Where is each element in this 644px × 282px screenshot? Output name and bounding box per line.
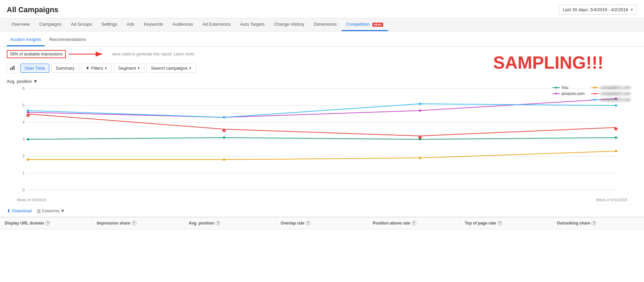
x-axis: Week of 3/3/2019 Week of 3/31/2019: [10, 198, 634, 202]
sub-tabs: Auction Insights Recommendations: [0, 31, 644, 47]
chevron-down-icon: ▼: [630, 8, 634, 11]
segment-button[interactable]: Segment ▼: [114, 64, 145, 73]
line-chart: 6 5 4 3 2 1 0: [3, 85, 641, 197]
th-position-above-rate: Position above rate ?: [368, 217, 460, 229]
sampling-percentage-box: 56% of available impressions: [7, 50, 66, 58]
svg-text:3: 3: [22, 137, 25, 142]
avg-position-label[interactable]: Avg. position ▼: [0, 76, 644, 85]
svg-rect-3: [12, 67, 13, 70]
svg-text:2: 2: [22, 154, 25, 159]
legend-you: You: [552, 85, 585, 90]
svg-marker-29: [26, 138, 30, 141]
svg-marker-48: [614, 104, 618, 107]
table-header: Display URL domain ? Impression share ? …: [0, 217, 644, 229]
sampling-arrow-icon: [69, 51, 109, 57]
download-bar: ⬇ Download ||| Columns ▼: [0, 205, 644, 217]
svg-marker-46: [222, 116, 226, 119]
sub-tab-recommendations[interactable]: Recommendations: [46, 35, 89, 46]
download-button[interactable]: ⬇ Download: [7, 208, 32, 213]
svg-marker-44: [614, 126, 618, 131]
nav-tabs: Overview Campaigns Ad Groups Settings Ad…: [0, 18, 644, 31]
svg-marker-39: [418, 109, 422, 112]
new-badge: NEW!: [372, 23, 383, 27]
filters-button[interactable]: ▼ Filters ▼: [81, 64, 112, 73]
th-impression-share: Impression share ?: [92, 217, 184, 229]
svg-marker-30: [222, 136, 226, 139]
legend-amazon: amazon.com: [552, 91, 585, 96]
position-above-rate-help-icon[interactable]: ?: [412, 221, 416, 226]
download-icon: ⬇: [7, 208, 10, 213]
tab-dimensions[interactable]: Dimensions: [309, 18, 342, 31]
legend-competitor3: competitor3.com: [591, 97, 630, 102]
outranking-share-help-icon[interactable]: ?: [592, 221, 596, 226]
sampling-big-label: SAMPLING!!!: [493, 52, 603, 73]
avg-position-chevron-icon: ▼: [33, 79, 38, 84]
sampling-description: were used to generate this report. Learn…: [112, 52, 194, 56]
tab-keywords[interactable]: Keywords: [139, 18, 168, 31]
svg-text:0: 0: [22, 188, 25, 192]
filter-icon: ▼: [85, 66, 90, 71]
tab-ads[interactable]: Ads: [122, 18, 139, 31]
tab-settings[interactable]: Settings: [97, 18, 122, 31]
svg-marker-34: [222, 158, 226, 161]
th-top-of-page-rate: Top of page rate ?: [460, 217, 552, 229]
filters-chevron-icon: ▼: [104, 67, 107, 70]
svg-marker-10: [555, 92, 557, 95]
columns-icon: |||: [37, 208, 41, 213]
svg-text:6: 6: [22, 86, 25, 91]
svg-marker-35: [418, 157, 422, 159]
svg-marker-14: [594, 98, 596, 101]
svg-marker-6: [555, 86, 557, 89]
tab-overview[interactable]: Overview: [7, 18, 34, 31]
overlap-rate-help-icon[interactable]: ?: [306, 221, 311, 226]
svg-marker-47: [418, 102, 422, 105]
page-header: All Campaigns Last 30 days: 3/4/2019 - 4…: [0, 0, 644, 18]
competitor1-legend-icon: [591, 86, 599, 89]
you-legend-icon: [552, 86, 560, 89]
summary-button[interactable]: Summary: [51, 64, 79, 73]
tab-campaigns[interactable]: Campaigns: [34, 18, 66, 31]
search-campaigns-button[interactable]: Search campaigns ▼: [147, 64, 196, 73]
competitor2-legend-icon: [591, 92, 599, 95]
svg-rect-2: [10, 68, 11, 70]
svg-marker-36: [614, 150, 618, 152]
th-overlap-rate: Overlap rate ?: [276, 217, 368, 229]
segment-chevron-icon: ▼: [137, 67, 140, 70]
tab-change-history[interactable]: Change History: [269, 18, 309, 31]
over-time-button[interactable]: Over Time: [20, 64, 49, 73]
svg-marker-45: [26, 109, 30, 112]
svg-text:4: 4: [22, 120, 25, 125]
th-display-url: Display URL domain ?: [0, 217, 92, 229]
svg-text:1: 1: [22, 171, 25, 175]
date-range-label: Last 30 days: 3/4/2019 - 4/2/2019: [563, 7, 628, 12]
tab-competition[interactable]: Competition NEW!: [342, 18, 388, 31]
amazon-legend-icon: [552, 92, 560, 95]
svg-marker-8: [594, 86, 596, 89]
tab-ad-groups[interactable]: Ad Groups: [66, 18, 97, 31]
avg-position-help-icon[interactable]: ?: [216, 221, 220, 226]
competitor3-legend-icon: [591, 98, 599, 101]
svg-rect-4: [14, 66, 15, 70]
tab-audiences[interactable]: Audiences: [168, 18, 198, 31]
th-outranking-share: Outranking share ?: [552, 217, 644, 229]
svg-marker-32: [614, 136, 618, 139]
columns-button[interactable]: ||| Columns ▼: [37, 208, 65, 213]
search-campaigns-chevron-icon: ▼: [189, 67, 192, 70]
bar-chart-icon: [10, 65, 15, 70]
svg-marker-41: [26, 113, 30, 117]
columns-chevron-icon: ▼: [60, 208, 65, 213]
x-axis-start-label: Week of 3/3/2019: [17, 198, 46, 202]
legend-competitor1: competitor1.com: [591, 85, 630, 90]
tab-ad-extensions[interactable]: Ad Extensions: [198, 18, 235, 31]
legend-competitor2: competitor2.com: [591, 91, 630, 96]
top-of-page-rate-help-icon[interactable]: ?: [497, 221, 502, 226]
chart-legend: You competitor1.com amazon.com: [552, 85, 630, 102]
tab-auto-targets[interactable]: Auto Targets: [235, 18, 269, 31]
x-axis-end-label: Week of 3/31/2019: [596, 198, 627, 202]
svg-marker-33: [26, 158, 30, 161]
impression-share-help-icon[interactable]: ?: [132, 221, 137, 226]
chart-icon-btn[interactable]: [7, 63, 18, 73]
sub-tab-auction-insights[interactable]: Auction Insights: [7, 35, 45, 46]
date-range-selector[interactable]: Last 30 days: 3/4/2019 - 4/2/2019 ▼: [559, 5, 637, 15]
display-url-help-icon[interactable]: ?: [45, 221, 50, 226]
